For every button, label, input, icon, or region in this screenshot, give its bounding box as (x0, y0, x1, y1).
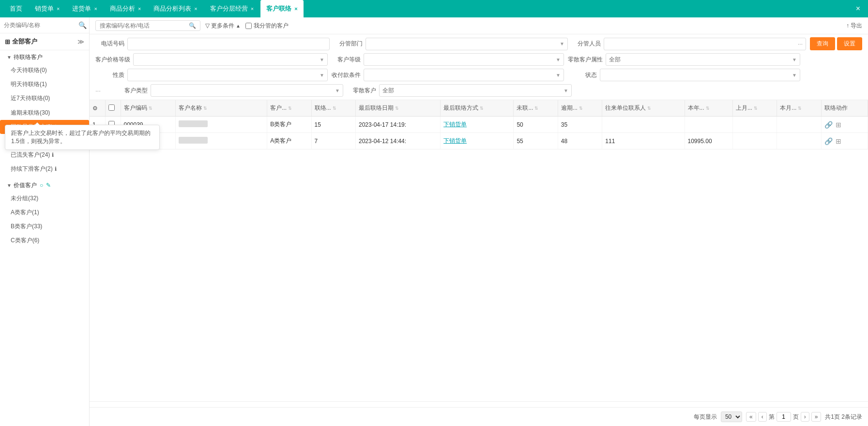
horizontal-scrollbar[interactable] (90, 401, 868, 407)
tooltip-box: 距客户上次交易时长，超过了此客户的平均交易周期的1.5倍，则视为异常。 (5, 125, 160, 150)
last-date-sort-icon[interactable]: ⇅ (395, 106, 399, 111)
sidebar-item-7days-pending[interactable]: 近7天待联络(0) (0, 91, 89, 105)
btn-group: 查询 设置 (810, 37, 862, 50)
code-sort-icon[interactable]: ⇅ (149, 106, 152, 111)
dept-select[interactable]: ▼ (365, 38, 568, 50)
row2-method-link[interactable]: 下销货单 (443, 137, 467, 144)
sidebar-collapse-icon[interactable]: ≫ (77, 38, 84, 45)
close-tab-product-analysis-list[interactable]: × (194, 6, 197, 12)
tab-product-analysis-list[interactable]: 商品分析列表 × (148, 0, 203, 17)
sidebar-item-tomorrow-pending[interactable]: 明天待联络(1) (0, 77, 89, 91)
sidebar-item-overdue-pending[interactable]: 逾期未联络(30) (0, 106, 89, 120)
export-button[interactable]: ↑ 导出 (846, 22, 862, 30)
table-row: 1 000039 B类客户 15 2023-04-17 14:19: 下销货单 … (90, 117, 868, 133)
row2-last-contact-date: 2023-04-12 14:44: (356, 133, 441, 149)
customer-type-select[interactable]: ▼ (151, 84, 343, 97)
row1-grid-icon[interactable]: ⊞ (836, 121, 841, 129)
per-page-select[interactable]: 50 (721, 411, 742, 422)
sidebar-item-today-pending[interactable]: 今天待联络(0) (0, 63, 89, 77)
this-month-sort-icon[interactable]: ⇅ (798, 106, 802, 111)
zero-retail-select[interactable]: 全部 ▼ (606, 53, 800, 66)
window-close-button[interactable]: × (852, 4, 864, 13)
tab-home[interactable]: 首页 (4, 0, 28, 17)
row2-current-year: 10995.00 (685, 133, 732, 149)
th-settings[interactable]: ⚙ (90, 100, 105, 117)
sidebar-search-input[interactable] (4, 22, 76, 29)
filter-row-2: 客户价格等级 ▼ 客户等级 ▼ 零散客户属性 全部 (95, 53, 862, 66)
row2-link-icon[interactable]: 🔗 (824, 137, 833, 145)
tab-customer-segmentation[interactable]: 客户分层经营 × (204, 0, 259, 17)
th-current-year: 本年... ⇅ (685, 100, 732, 117)
sidebar-item-class-b[interactable]: B类客户(33) (0, 220, 89, 234)
my-customer-checkbox[interactable] (245, 23, 252, 29)
close-tab-customer-segmentation[interactable]: × (251, 6, 254, 12)
phone-input[interactable] (127, 38, 330, 50)
first-page-btn[interactable]: « (746, 412, 756, 422)
filter-search-icon[interactable]: 🔍 (189, 22, 196, 29)
next-page-btn[interactable]: › (801, 412, 809, 422)
sidebar-item-class-a[interactable]: A类客户(1) (0, 206, 89, 220)
person-field: 分管人员 ··· (572, 38, 806, 50)
person-select[interactable]: ··· (604, 38, 806, 50)
sidebar-item-class-c[interactable]: C类客户(6) (0, 234, 89, 248)
sidebar-item-declining[interactable]: 持续下滑客户(2) ℹ (0, 162, 89, 176)
sidebar-pending-section[interactable]: ▼ 待联络客户 (0, 50, 89, 63)
tab-customer-contact[interactable]: 客户联络 × (260, 0, 303, 17)
zero-retail-down-arrow: ▼ (792, 57, 797, 62)
th-last-contact-date: 最后联络日期 ⇅ (356, 100, 441, 117)
sidebar-item-already-lost[interactable]: 已流失客户(24) ℹ (0, 148, 89, 162)
price-grade-select[interactable]: ▼ (133, 53, 328, 66)
row1-this-month (777, 117, 821, 133)
customer-grade-select[interactable]: ▼ (364, 53, 564, 66)
more-conditions-btn[interactable]: ▽ 更多条件 ▲ (205, 22, 241, 30)
settings-button[interactable]: 设置 (837, 37, 862, 50)
row1-method-link[interactable]: 下销货单 (443, 121, 467, 128)
tab-product-analysis[interactable]: 商品分析 × (104, 0, 147, 17)
close-tab-customer-contact[interactable]: × (294, 6, 297, 12)
last-method-sort-icon[interactable]: ⇅ (480, 106, 484, 111)
last-month-sort-icon[interactable]: ⇅ (754, 106, 758, 111)
close-tab-purchase-order[interactable]: × (94, 6, 97, 12)
status-field: 状态 ▼ (568, 69, 800, 81)
close-tab-sales-order[interactable]: × (57, 6, 60, 12)
tab-purchase-order[interactable]: 进货单 × (66, 0, 103, 17)
tab-sales-order[interactable]: 销货单 × (29, 0, 65, 17)
not-contacted-sort-icon[interactable]: ⇅ (534, 106, 538, 111)
type-sort-icon[interactable]: ⇅ (288, 106, 292, 111)
unit-contact-sort-icon[interactable]: ⇅ (647, 106, 651, 111)
value-edit-icon[interactable]: ✎ (46, 182, 51, 189)
th-action: 联络动作 (821, 100, 868, 117)
already-lost-info-icon: ℹ (52, 151, 54, 160)
last-page-btn[interactable]: » (811, 412, 822, 422)
main-container: 🔍 ⊞ 全部客户 ≫ ▼ 待联络客户 今天待联络(0) 明天待联络(1) 近7天… (0, 17, 868, 426)
select-all-checkbox[interactable] (108, 104, 115, 111)
filter-search-input[interactable] (100, 22, 187, 29)
status-select[interactable]: ▼ (600, 69, 800, 81)
gender-select[interactable]: ▼ (127, 69, 328, 81)
payment-select[interactable]: ▼ (364, 69, 564, 81)
value-circle-icon[interactable]: ○ (40, 182, 43, 189)
row1-overdue: 35 (558, 117, 602, 133)
data-table: ⚙ 客户编码 ⇅ 客户名称 (90, 100, 868, 149)
sidebar-value-section[interactable]: ▼ 价值客户 ○ ✎ (0, 178, 89, 191)
overdue-sort-icon[interactable]: ⇅ (579, 106, 583, 111)
pagination-bar: 每页显示 50 « ‹ 第 页 › » 共1页 2条记录 (90, 407, 868, 426)
close-tab-product-analysis[interactable]: × (138, 6, 141, 12)
page-nav: « ‹ 第 页 › » (746, 412, 821, 422)
contact-sort-icon[interactable]: ⇅ (333, 106, 336, 111)
price-grade-down-arrow: ▼ (320, 57, 324, 62)
query-button[interactable]: 查询 (810, 37, 835, 50)
more-dots[interactable]: ··· (95, 87, 115, 94)
settings-icon[interactable]: ⚙ (92, 105, 98, 112)
row1-link-icon[interactable]: 🔗 (824, 121, 833, 129)
page-number-input[interactable] (777, 412, 791, 422)
sidebar-item-unclassified[interactable]: 未分组(32) (0, 191, 89, 206)
current-year-sort-icon[interactable]: ⇅ (706, 106, 710, 111)
prev-page-btn[interactable]: ‹ (758, 412, 767, 422)
zero-retail2-select[interactable]: 全部 ▼ (379, 84, 572, 97)
sidebar-search-icon[interactable]: 🔍 (78, 21, 87, 29)
name-sort-icon[interactable]: ⇅ (203, 106, 207, 111)
row2-grid-icon[interactable]: ⊞ (836, 137, 841, 145)
th-last-month: 上月... ⇅ (732, 100, 777, 117)
chevron-down-icon: ▲ (236, 23, 241, 29)
